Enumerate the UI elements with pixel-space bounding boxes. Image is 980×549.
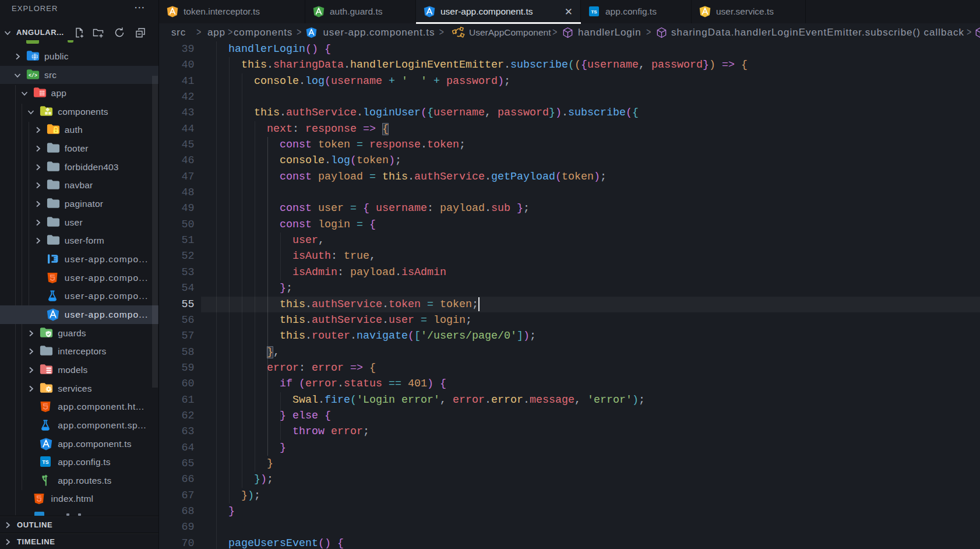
svg-text:TS: TS	[43, 459, 49, 465]
svg-text:</>: </>	[29, 73, 37, 78]
